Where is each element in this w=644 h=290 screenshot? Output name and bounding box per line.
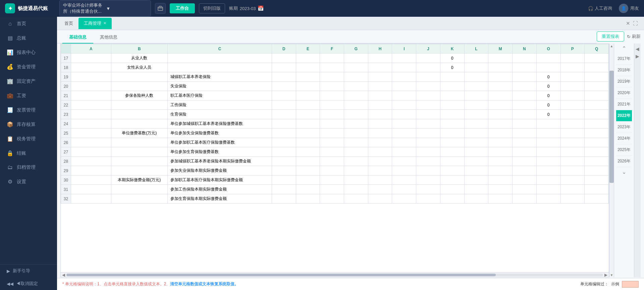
sidebar-item-tax[interactable]: 📋 税务管理 [0, 132, 57, 146]
cell-empty-26-5[interactable] [392, 138, 416, 147]
cell-c-21[interactable]: 职工基本医疗保险 [168, 91, 272, 100]
cell-empty-20-6[interactable] [416, 82, 440, 91]
cell-a-17[interactable] [71, 54, 111, 63]
sidebar-item-reports[interactable]: 📊 报表中心 [0, 45, 57, 60]
cell-empty-27-0[interactable] [272, 147, 296, 157]
cell-k-31[interactable] [440, 185, 464, 194]
cell-empty-19-2[interactable] [320, 72, 344, 82]
cell-empty-21-0[interactable] [272, 91, 296, 100]
cell-o-24[interactable] [536, 119, 560, 129]
cell-empty-31-3[interactable] [344, 185, 368, 194]
cell-empty-20-2[interactable] [320, 82, 344, 91]
year-item-2026年[interactable]: 2026年 [616, 156, 632, 167]
spreadsheet-container[interactable]: A B C D E F G H I J K L [61, 44, 609, 272]
cell-m-19[interactable] [488, 72, 513, 82]
cell-l-28[interactable] [464, 157, 488, 166]
cell-o-31[interactable] [536, 185, 560, 194]
cell-a-26[interactable] [71, 138, 111, 147]
cell-l-20[interactable] [464, 82, 488, 91]
cell-b-23[interactable] [111, 110, 168, 119]
cell-empty-21-4[interactable] [368, 91, 392, 100]
year-item-2022年[interactable]: 2022年 [616, 110, 632, 122]
cell-empty-18-0[interactable] [272, 63, 296, 72]
cell-empty-22-5[interactable] [392, 100, 416, 110]
cell-l-27[interactable] [464, 147, 488, 157]
archive-button[interactable] [155, 3, 166, 14]
cell-empty-21-1[interactable] [296, 91, 320, 100]
cell-empty-29-6[interactable] [416, 166, 440, 175]
cell-o-27[interactable] [536, 147, 560, 157]
cell-empty-28-6[interactable] [416, 157, 440, 166]
cell-l-30[interactable] [464, 175, 488, 185]
cell-b-21[interactable]: 参保各险种人数 [111, 91, 168, 100]
cell-empty-19-5[interactable] [392, 72, 416, 82]
sidebar-item-finance[interactable]: 💰 资金管理 [0, 60, 57, 74]
cell-empty-30-6[interactable] [416, 175, 440, 185]
cell-empty-22-1[interactable] [296, 100, 320, 110]
cell-k-29[interactable] [440, 166, 464, 175]
cell-empty-19-4[interactable] [368, 72, 392, 82]
cell-empty-23-3[interactable] [344, 110, 368, 119]
new-guide-item[interactable]: ▶ 新手引导 [0, 265, 57, 277]
cell-empty-26-3[interactable] [344, 138, 368, 147]
cell-empty-27-4[interactable] [368, 147, 392, 157]
cell-o-22[interactable]: 0 [536, 100, 560, 110]
cell-o-32[interactable] [536, 194, 560, 204]
cell-n-23[interactable] [513, 110, 537, 119]
cell-m-20[interactable] [488, 82, 513, 91]
year-item-2024年[interactable]: 2024年 [616, 133, 632, 144]
cell-k-23[interactable] [440, 110, 464, 119]
cell-a-20[interactable] [71, 82, 111, 91]
old-version-button[interactable]: 切到旧版 [199, 3, 225, 13]
cell-empty-22-3[interactable] [344, 100, 368, 110]
cell-empty-30-3[interactable] [344, 175, 368, 185]
cell-empty-28-3[interactable] [344, 157, 368, 166]
cell-q-20[interactable] [585, 82, 609, 91]
cell-m-24[interactable] [488, 119, 513, 129]
reset-button[interactable]: 重置报表 [597, 31, 624, 42]
cell-empty-29-3[interactable] [344, 166, 368, 175]
sidebar-item-home[interactable]: ⌂ 首页 [0, 17, 57, 31]
cell-n-26[interactable] [513, 138, 537, 147]
cell-q-22[interactable] [585, 100, 609, 110]
cell-empty-22-2[interactable] [320, 100, 344, 110]
cell-k-24[interactable] [440, 119, 464, 129]
cell-c-17[interactable] [168, 54, 272, 63]
cell-k-18[interactable]: 0 [440, 63, 464, 72]
cell-l-23[interactable] [464, 110, 488, 119]
v-scroll-up[interactable]: ▲ [609, 44, 614, 48]
cell-empty-21-5[interactable] [392, 91, 416, 100]
cell-empty-25-6[interactable] [416, 129, 440, 138]
cell-k-19[interactable] [440, 72, 464, 82]
sidebar-item-assets[interactable]: 🏢 固定资产 [0, 74, 57, 88]
cell-n-24[interactable] [513, 119, 537, 129]
cell-b-32[interactable] [111, 194, 168, 204]
cell-empty-27-1[interactable] [296, 147, 320, 157]
cell-a-23[interactable] [71, 110, 111, 119]
cell-m-31[interactable] [488, 185, 513, 194]
cell-empty-32-3[interactable] [344, 194, 368, 204]
cell-o-18[interactable] [536, 63, 560, 72]
cell-c-32[interactable]: 参加生育保险本期实际缴费金额 [168, 194, 272, 204]
cell-p-17[interactable] [560, 54, 585, 63]
cell-q-18[interactable] [585, 63, 609, 72]
tab-home[interactable]: 首页 [60, 18, 77, 29]
cell-empty-30-4[interactable] [368, 175, 392, 185]
cell-k-20[interactable] [440, 82, 464, 91]
cell-empty-29-4[interactable] [368, 166, 392, 175]
cell-n-27[interactable] [513, 147, 537, 157]
cell-l-19[interactable] [464, 72, 488, 82]
cell-empty-21-6[interactable] [416, 91, 440, 100]
cell-c-23[interactable]: 生育保险 [168, 110, 272, 119]
cell-empty-31-0[interactable] [272, 185, 296, 194]
cell-p-28[interactable] [560, 157, 585, 166]
cell-q-30[interactable] [585, 175, 609, 185]
cell-n-17[interactable] [513, 54, 537, 63]
cell-empty-23-4[interactable] [368, 110, 392, 119]
cell-empty-20-4[interactable] [368, 82, 392, 91]
cell-empty-31-1[interactable] [296, 185, 320, 194]
cell-b-30[interactable]: 本期实际缴费金额(万元) [111, 175, 168, 185]
refresh-button[interactable]: ↻ 刷新 [627, 33, 641, 40]
cell-empty-25-4[interactable] [368, 129, 392, 138]
cell-empty-24-3[interactable] [344, 119, 368, 129]
